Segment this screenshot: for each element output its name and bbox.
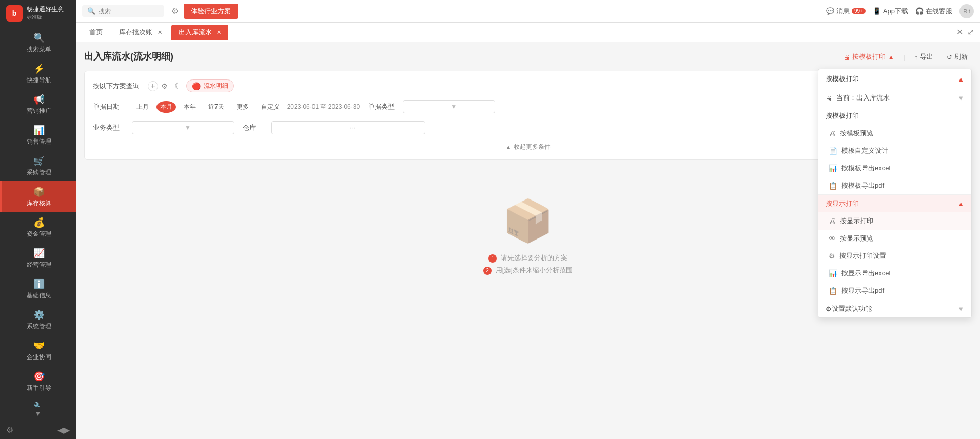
template-export-excel-item[interactable]: 📊 按模板导出excel [818, 159, 971, 177]
date-this-month[interactable]: 本月 [156, 101, 176, 113]
receipt-type-label: 单据类型 [368, 102, 395, 111]
date-last-7days[interactable]: 近7天 [204, 101, 229, 113]
receipt-type-select[interactable]: ▼ [403, 100, 495, 113]
current-template-item[interactable]: 🖨 当前：出入库流水 ▼ [818, 89, 971, 107]
warehouse-select[interactable]: ··· [271, 121, 425, 134]
topbar: 🔍 ⚙ 体验行业方案 💬 消息 99+ 📱 App下载 🎧 在线客服 Rit [76, 0, 980, 23]
display-print-item[interactable]: 🖨 按显示打印 [818, 212, 971, 230]
sidebar-nav: 🔍 搜索菜单 ⚡ 快捷导航 📢 营销推广 📊 销售管理 🛒 采购管理 📦 库存核… [0, 27, 76, 407]
close-all-tabs-btn[interactable]: ✕ [956, 27, 963, 37]
sidebar-item-search-menu[interactable]: 🔍 搜索菜单 [0, 27, 76, 58]
template-custom-item[interactable]: 📄 模板自定义设计 [818, 142, 971, 159]
online-service-btn[interactable]: 🎧 在线客服 [915, 7, 952, 16]
operations-icon: 📈 [33, 248, 45, 259]
sidebar-item-basics[interactable]: ℹ️ 基础信息 [0, 273, 76, 304]
search-input[interactable] [99, 8, 150, 15]
template-print-section-header[interactable]: 按模板打印 [818, 107, 971, 125]
template-preview-icon: 🖨 [829, 129, 836, 137]
template-excel-icon: 📊 [829, 164, 837, 172]
filter-collapse-icon[interactable]: 《 [171, 82, 178, 91]
sidebar-item-cooperation[interactable]: 🤝 企业协同 [0, 335, 76, 366]
display-preview-item[interactable]: 👁 按显示预览 [818, 230, 971, 247]
tab-close-batch-ledger[interactable]: ✕ [158, 29, 162, 35]
date-filter-options: 上月 本月 本年 近7天 更多 自定义 2023-06-01 至 2023-06… [132, 101, 360, 113]
tag-icon: 🔴 [192, 82, 201, 90]
date-more[interactable]: 更多 [232, 101, 253, 113]
cooperation-icon: 🤝 [33, 340, 45, 351]
sidebar-item-quick-nav[interactable]: ⚡ 快捷导航 [0, 58, 76, 89]
industry-btn[interactable]: 体验行业方案 [184, 4, 238, 19]
page-content: 出入库流水(流水明细) 🖨 按模板打印 ▲ | ↑ 导出 ↺ 刷新 按以下方案查… [76, 42, 980, 439]
empty-tip-1: 1 请先选择要分析的方案 [488, 253, 567, 263]
refresh-btn[interactable]: ↺ 刷新 [943, 50, 972, 64]
print-dropdown-panel: 按模板打印 ▲ 🖨 当前：出入库流水 ▼ 按模板打印 🖨 按模板预览 📄 [818, 69, 972, 318]
tab-inout-flow[interactable]: 出入库流水 ✕ [171, 25, 229, 40]
display-print-section-header[interactable]: 按显示打印 ▲ [818, 195, 971, 212]
print-template-btn[interactable]: 🖨 按模板打印 ▲ [839, 50, 898, 64]
user-avatar[interactable]: Rit [959, 4, 974, 18]
tab-batch-ledger[interactable]: 库存批次账 ✕ [112, 25, 169, 40]
filter-settings-icon[interactable]: ⚙ [161, 82, 168, 90]
display-preview-icon: 👁 [829, 234, 836, 243]
settings-gear-icon[interactable]: ⚙ [171, 6, 179, 16]
logo-icon: b [6, 5, 23, 22]
export-btn[interactable]: ↑ 导出 [911, 50, 938, 64]
app-download-btn[interactable]: 📱 App下载 [873, 7, 908, 16]
sidebar-item-appstore[interactable]: 🔧 应用中心 [0, 396, 76, 407]
template-export-pdf-item[interactable]: 📋 按模板导出pdf [818, 177, 971, 194]
filter-add-btn[interactable]: + [148, 81, 158, 91]
operations-label: 经营管理 [27, 261, 51, 269]
empty-illustration: 📦 [502, 197, 554, 245]
phone-icon: 📱 [873, 7, 881, 15]
date-last-month[interactable]: 上月 [132, 101, 153, 113]
messages-btn[interactable]: 💬 消息 99+ [826, 7, 866, 16]
export-icon: ↑ [915, 53, 918, 61]
sidebar-item-finance[interactable]: 💰 资金管理 [0, 212, 76, 243]
settings-icon[interactable]: ⚙ [6, 425, 13, 435]
marketing-label: 营销推广 [27, 107, 51, 115]
finance-label: 资金管理 [27, 230, 51, 238]
filter-section-title: 按以下方案查询 [93, 82, 140, 91]
sidebar-scroll-down[interactable]: ▼ [0, 407, 76, 421]
business-type-select[interactable]: ▼ [132, 121, 234, 134]
inventory-label: 库存核算 [27, 199, 51, 208]
date-custom[interactable]: 自定义 [257, 101, 284, 113]
topbar-search-box[interactable]: 🔍 [82, 5, 164, 17]
sidebar-item-operations[interactable]: 📈 经营管理 [0, 243, 76, 273]
date-this-year[interactable]: 本年 [179, 101, 201, 113]
dropdown-footer[interactable]: ⚙ 设置默认功能 ▼ [818, 300, 971, 317]
refresh-icon: ↺ [947, 53, 952, 61]
page-title: 出入库流水(流水明细) [84, 50, 972, 63]
basics-label: 基础信息 [27, 291, 51, 300]
purchase-label: 采购管理 [27, 168, 51, 177]
system-icon: ⚙️ [33, 309, 45, 321]
guide-icon: 🎯 [33, 371, 45, 382]
sidebar-item-purchase[interactable]: 🛒 采购管理 [0, 150, 76, 181]
display-export-pdf-item[interactable]: 📋 按显示导出pdf [818, 282, 971, 300]
quick-nav-icon: ⚡ [33, 63, 45, 74]
sales-icon: 📊 [33, 125, 45, 136]
tab-home[interactable]: 首页 [82, 25, 110, 40]
display-export-excel-item[interactable]: 📊 按显示导出excel [818, 265, 971, 282]
template-custom-icon: 📄 [829, 147, 837, 155]
dropdown-arrow-up-icon[interactable]: ▲ [957, 75, 964, 83]
sidebar-item-marketing[interactable]: 📢 营销推广 [0, 89, 76, 119]
expand-tabs-btn[interactable]: ⤢ [967, 27, 974, 37]
print-icon: 🖨 [844, 53, 850, 61]
marketing-icon: 📢 [33, 94, 45, 105]
sidebar-item-system[interactable]: ⚙️ 系统管理 [0, 304, 76, 335]
warehouse-more-icon[interactable]: ··· [350, 124, 420, 131]
collapse-icon[interactable]: ◀▶ [57, 425, 70, 435]
display-settings-icon: ⚙ [829, 252, 835, 260]
sidebar-item-guide[interactable]: 🎯 新手引导 [0, 366, 76, 396]
template-preview-item[interactable]: 🖨 按模板预览 [818, 125, 971, 142]
display-excel-icon: 📊 [829, 269, 837, 277]
logo-tag: 标准版 [27, 14, 64, 21]
sidebar-item-inventory[interactable]: 📦 库存核算 [0, 181, 76, 212]
tab-close-inout-flow[interactable]: ✕ [217, 29, 221, 35]
collapse-more-btn[interactable]: ▲ 收起更多条件 [505, 143, 551, 151]
sidebar-item-sales[interactable]: 📊 销售管理 [0, 119, 76, 150]
sidebar: b 畅捷通好生意 标准版 🔍 搜索菜单 ⚡ 快捷导航 📢 营销推广 📊 销售管理… [0, 0, 76, 439]
main-area: 🔍 ⚙ 体验行业方案 💬 消息 99+ 📱 App下载 🎧 在线客服 Rit [76, 0, 980, 439]
display-print-settings-item[interactable]: ⚙ 按显示打印设置 [818, 247, 971, 265]
